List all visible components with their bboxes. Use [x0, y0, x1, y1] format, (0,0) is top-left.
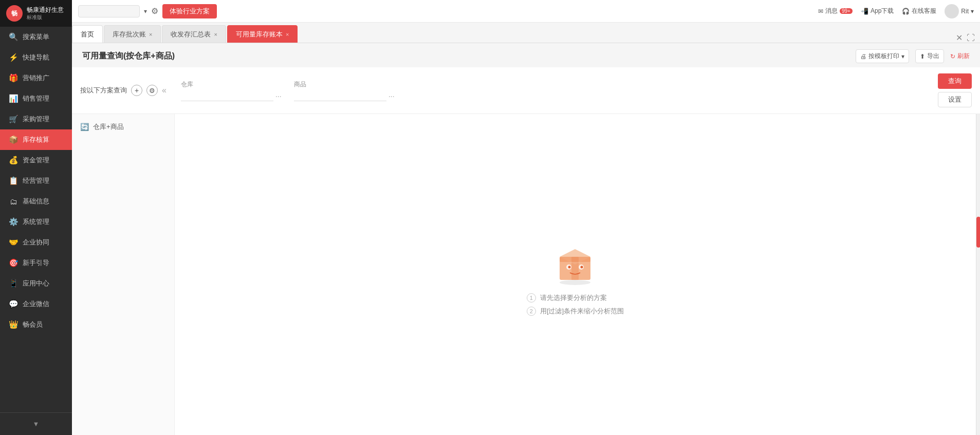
sidebar-bottom: ▼	[0, 412, 72, 435]
tip-num-1: 1	[527, 293, 536, 302]
target-icon: 🎯	[8, 258, 19, 268]
folder-icon: 🗂	[8, 197, 19, 206]
handshake-icon: 🤝	[8, 238, 19, 247]
export-icon: ⬆	[920, 53, 925, 60]
app-download-btn[interactable]: 📲 App下载	[861, 7, 894, 15]
tabbar-right: ✕ ⛶	[951, 33, 980, 43]
warehouse-field-label: 仓库	[181, 80, 284, 89]
tab-close-receipt-summary[interactable]: ×	[214, 31, 217, 37]
tab-close-batch-account[interactable]: ×	[149, 31, 152, 37]
sidebar-item-shortcut[interactable]: ⚡ 快捷导航	[0, 47, 72, 68]
topbar-gear-icon[interactable]: ⚙	[151, 6, 158, 16]
empty-tips: 1 请先选择要分析的方案 2 用[过滤]条件来缩小分析范围	[527, 293, 624, 316]
sidebar-item-basic[interactable]: 🗂 基础信息	[0, 191, 72, 212]
message-badge: 99+	[840, 8, 853, 14]
product-input[interactable]	[294, 91, 386, 101]
tip-item-2: 2 用[过滤]条件来缩小分析范围	[527, 307, 624, 316]
panel-layout: 🔄 仓库+商品	[72, 114, 980, 435]
svg-point-0	[560, 280, 590, 285]
sidebar-item-wechat[interactable]: 💬 企业微信	[0, 294, 72, 314]
sidebar-scroll-down[interactable]: ▼	[0, 417, 72, 431]
print-icon: 🖨	[860, 53, 866, 60]
brand-info: 畅康通好生意 标准版	[27, 6, 64, 21]
filter-fields: 仓库 ··· 商品 ···	[181, 80, 934, 101]
product-more-btn[interactable]: ···	[389, 92, 395, 100]
message-icon: ✉	[818, 8, 823, 15]
filter-row: 按以下方案查询 + ⚙ « 仓库 ··· 商品	[80, 73, 972, 107]
brand-logo: 畅	[6, 5, 23, 22]
sidebar-item-vip[interactable]: 👑 畅会员	[0, 314, 72, 335]
tabbar: 首页 库存批次账 × 收发存汇总表 × 可用量库存账本 × ✕ ⛶	[72, 23, 980, 43]
sidebar-item-finance[interactable]: 💰 资金管理	[0, 150, 72, 171]
warehouse-more-btn[interactable]: ···	[275, 92, 282, 100]
tab-maximize-btn[interactable]: ⛶	[967, 33, 975, 43]
filter-label: 按以下方案查询	[80, 86, 127, 95]
refresh-icon: ↻	[950, 53, 955, 60]
gear-icon: ⚙️	[8, 217, 19, 226]
empty-state: 1 请先选择要分析的方案 2 用[过滤]条件来缩小分析范围	[527, 234, 624, 316]
warehouse-input[interactable]	[181, 91, 273, 101]
filter-action-buttons: 查询 设置	[938, 73, 972, 107]
sidebar-item-search[interactable]: 🔍 搜索菜单	[0, 27, 72, 47]
settings-button[interactable]: 设置	[938, 92, 972, 107]
topbar-actions: ✉ 消息 99+ 📲 App下载 🎧 在线客服 Rit ▾	[818, 4, 974, 18]
tab-batch-account[interactable]: 库存批次账 ×	[104, 25, 161, 43]
print-button[interactable]: 🖨 按模板打印 ▾	[856, 49, 909, 63]
left-panel-item-warehouse-product[interactable]: 🔄 仓库+商品	[72, 118, 174, 136]
tab-close-available-ledger[interactable]: ×	[286, 31, 289, 37]
chart-icon: 📊	[8, 94, 19, 103]
print-dropdown-icon: ▾	[901, 53, 904, 60]
money-icon: 💰	[8, 156, 19, 165]
sidebar-item-system[interactable]: ⚙️ 系统管理	[0, 212, 72, 232]
tip-item-1: 1 请先选择要分析的方案	[527, 293, 624, 302]
sidebar-item-enterprise[interactable]: 🤝 企业协同	[0, 232, 72, 253]
tab-home[interactable]: 首页	[72, 25, 103, 43]
trial-button[interactable]: 体验行业方案	[162, 4, 217, 18]
main-area: ▾ ⚙ 体验行业方案 ✉ 消息 99+ 📲 App下载 🎧 在线客服 Rit ▾	[72, 0, 980, 435]
tip-num-2: 2	[527, 307, 536, 316]
topbar: ▾ ⚙ 体验行业方案 ✉ 消息 99+ 📲 App下载 🎧 在线客服 Rit ▾	[72, 0, 980, 23]
sidebar-item-operations[interactable]: 📋 经营管理	[0, 171, 72, 191]
product-field-label: 商品	[294, 80, 397, 89]
box-icon: 📦	[8, 135, 19, 144]
cart-icon: 🛒	[8, 115, 19, 124]
online-service-btn[interactable]: 🎧 在线客服	[902, 7, 936, 15]
crown-icon: 👑	[8, 320, 19, 329]
tab-available-ledger[interactable]: 可用量库存账本 ×	[227, 25, 298, 43]
content-area: 按以下方案查询 + ⚙ « 仓库 ··· 商品	[72, 67, 980, 435]
query-button[interactable]: 查询	[938, 73, 972, 89]
page-actions: 🖨 按模板打印 ▾ ⬆ 导出 ↻ 刷新	[856, 49, 970, 63]
sidebar-item-appstore[interactable]: 📱 应用中心	[0, 273, 72, 294]
topbar-search-input[interactable]	[78, 5, 140, 17]
tab-close-all-btn[interactable]: ✕	[956, 33, 963, 43]
refresh-button[interactable]: ↻ 刷新	[950, 52, 970, 61]
svg-point-7	[568, 266, 571, 268]
sidebar-item-guide[interactable]: 🎯 新手引导	[0, 253, 72, 273]
sidebar-item-purchase[interactable]: 🛒 采购管理	[0, 109, 72, 129]
filter-settings-button[interactable]: ⚙	[146, 85, 158, 96]
warehouse-product-icon: 🔄	[80, 123, 89, 131]
sidebar-item-marketing[interactable]: 🎁 营销推广	[0, 68, 72, 88]
phone-icon: 📱	[8, 279, 19, 288]
left-panel: 🔄 仓库+商品	[72, 114, 175, 435]
message-btn[interactable]: ✉ 消息 99+	[818, 7, 853, 15]
svg-rect-4	[571, 257, 579, 280]
product-input-wrap: ···	[294, 91, 397, 101]
svg-point-8	[581, 266, 583, 268]
sidebar-item-sales[interactable]: 📊 销售管理	[0, 88, 72, 109]
user-menu[interactable]: Rit ▾	[945, 4, 974, 18]
export-button[interactable]: ⬆ 导出	[915, 49, 944, 63]
tab-receipt-summary[interactable]: 收发存汇总表 ×	[162, 25, 226, 43]
sidebar-item-inventory[interactable]: 📦 库存核算	[0, 129, 72, 150]
topbar-dropdown-btn[interactable]: ▾	[144, 8, 147, 15]
headset-icon: 🎧	[902, 8, 910, 15]
right-content: 1 请先选择要分析的方案 2 用[过滤]条件来缩小分析范围	[175, 114, 976, 435]
filter-collapse-button[interactable]: «	[162, 86, 167, 95]
right-scrollbar[interactable]	[976, 114, 980, 435]
gift-icon: 🎁	[8, 73, 19, 83]
filter-add-button[interactable]: +	[131, 85, 142, 96]
shortcut-icon: ⚡	[8, 53, 19, 62]
page-title: 可用量查询(按仓库+商品)	[82, 51, 175, 62]
warehouse-filter-field: 仓库 ···	[181, 80, 284, 101]
sidebar-header: 畅 畅康通好生意 标准版	[0, 0, 72, 27]
